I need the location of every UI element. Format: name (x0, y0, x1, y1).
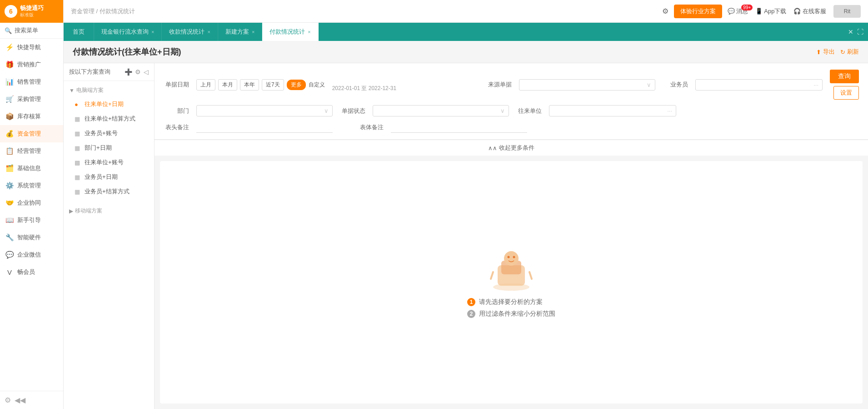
footer-settings-icon[interactable]: ⚙ (5, 396, 11, 404)
page-title: 付款情况统计(往来单位+日期) (73, 46, 181, 57)
collapse-chevron-icon: ∧∧ (488, 145, 497, 151)
this-year-btn[interactable]: 本年 (240, 79, 259, 91)
nav-label-enterprise: 企业协同 (17, 199, 41, 207)
scheme-group-mobile: ▶ 移动端方案 (64, 202, 154, 220)
page-header-actions: ⬆ 导出 ↻ 刷新 (816, 48, 859, 56)
scheme-icon-unit-account: ▩ (75, 159, 82, 166)
scheme-item-dept-date[interactable]: ▦ 部门+日期 (64, 141, 154, 155)
voucher-date-label: 单据日期 (164, 81, 189, 89)
sidebar-item-system[interactable]: ⚙️ 系统管理 (0, 177, 63, 194)
more-date-btn[interactable]: 更多 (287, 80, 306, 90)
footer-collapse-icon[interactable]: ◀◀ (15, 396, 25, 404)
scheme-item-salesman-date[interactable]: ▦ 业务员+日期 (64, 170, 154, 184)
sidebar-item-member[interactable]: V 畅会员 (0, 263, 63, 281)
refresh-icon: ↻ (840, 49, 845, 56)
custom-date-label[interactable]: 自定义 (309, 81, 325, 89)
scheme-group-title-desktop[interactable]: ▼ 电脑端方案 (64, 84, 154, 97)
sidebar-item-quick-nav[interactable]: ⚡ 快捷导航 (0, 39, 63, 56)
export-button[interactable]: ⬆ 导出 (816, 48, 835, 56)
tab-new-scheme[interactable]: 新建方案× (218, 23, 262, 41)
tab-label-payment-stats: 付款情况统计 (269, 28, 305, 36)
tab-home[interactable]: 首页 (64, 23, 94, 41)
group-arrow-mobile: ▶ (69, 208, 73, 214)
nav-label-hardware: 智能硬件 (17, 233, 41, 242)
panel-collapse-icon[interactable]: ◁ (144, 68, 149, 76)
counterpart-select[interactable]: ··· (549, 105, 676, 116)
tab-close-bank-flow[interactable]: × (151, 29, 154, 35)
scheme-item-unit-date[interactable]: ● 往来单位+日期 (64, 97, 154, 111)
nav-list: ⚡ 快捷导航🎁 营销推广📊 销售管理🛒 采购管理📦 库存核算💰 资金管理📋 经营… (0, 39, 63, 391)
add-scheme-icon[interactable]: ➕ (125, 68, 132, 76)
topbar-right: 💬 消息 99+ 📱 App下载 🎧 在线客服 Rit (728, 5, 861, 18)
voucher-status-select[interactable]: ∨ (373, 105, 509, 116)
tab-bank-flow[interactable]: 现金银行流水查询× (94, 23, 162, 41)
sidebar-item-enterprise[interactable]: 🤝 企业协同 (0, 194, 63, 212)
this-month-btn[interactable]: 本月 (218, 79, 237, 91)
scheme-item-unit-payment[interactable]: ▦ 往来单位+结算方式 (64, 111, 154, 126)
nav-icon-sales: 📊 (5, 78, 14, 86)
table-header-note-input[interactable] (196, 122, 333, 133)
sidebar-item-purchase[interactable]: 🛒 采购管理 (0, 91, 63, 108)
scheme-item-salesman-payment[interactable]: ▦ 业务员+结算方式 (64, 184, 154, 199)
filter-row-2: 部门 ∨ 单据状态 ∨ 往来单位 ··· (164, 105, 859, 116)
sidebar-item-wechat[interactable]: 💬 企业微信 (0, 246, 63, 263)
tip-text-2: 用过滤条件来缩小分析范围 (479, 310, 555, 318)
topbar-settings-icon[interactable]: ⚙ (662, 7, 668, 15)
collapse-more-btn[interactable]: ∧∧ 收起更多条件 (155, 140, 868, 156)
maximize-icon[interactable]: ⛶ (857, 28, 863, 35)
main-area: 资金管理 / 付款情况统计 ⚙ 体验行业方案 💬 消息 99+ 📱 App下载 … (64, 0, 868, 409)
voucher-status-chevron: ∨ (500, 107, 505, 114)
scheme-item-unit-account[interactable]: ▩ 往来单位+账号 (64, 155, 154, 170)
last-7-days-btn[interactable]: 近7天 (262, 79, 284, 91)
scheme-label-unit-account: 往来单位+账号 (85, 158, 124, 167)
scheme-group-title-mobile[interactable]: ▶ 移动端方案 (64, 204, 154, 217)
tab-close-receipt-stats[interactable]: × (207, 29, 210, 35)
message-button[interactable]: 💬 消息 99+ (728, 7, 748, 15)
tabbar-spacer (319, 23, 843, 41)
user-avatar[interactable]: Rit (833, 5, 861, 18)
dept-select[interactable]: ∨ (196, 105, 333, 116)
sidebar-item-inventory[interactable]: 📦 库存核算 (0, 108, 63, 125)
source-voucher-select[interactable]: ∨ (519, 79, 655, 91)
counterpart-label: 往来单位 (516, 107, 542, 115)
scheme-panel: 按以下方案查询 ➕ ⚙ ◁ ▼ 电脑端方案● 往来单位+日期▦ 往来单位+结算方… (64, 63, 155, 409)
export-icon: ⬆ (816, 49, 821, 56)
source-voucher-label: 来源单据 (486, 81, 512, 89)
filter-settings-button[interactable]: 设置 (833, 86, 859, 100)
last-month-btn[interactable]: 上月 (196, 79, 215, 91)
close-window-icon[interactable]: ✕ (848, 28, 853, 35)
table-body-note-input[interactable] (391, 122, 527, 133)
sidebar-item-operation[interactable]: 📋 经营管理 (0, 142, 63, 160)
scheme-icon-dept-date: ▦ (75, 145, 82, 151)
trial-button[interactable]: 体验行业方案 (674, 5, 722, 18)
salesman-select[interactable]: ··· (695, 79, 823, 91)
search-menu[interactable]: 🔍 搜索菜单 (0, 23, 63, 39)
scheme-label-unit-payment: 往来单位+结算方式 (85, 115, 135, 123)
scheme-settings-icon[interactable]: ⚙ (135, 68, 141, 76)
query-button[interactable]: 查询 (830, 70, 859, 83)
refresh-button[interactable]: ↻ 刷新 (840, 48, 859, 56)
online-service-btn[interactable]: 🎧 在线客服 (793, 7, 826, 15)
group-label-mobile: 移动端方案 (75, 207, 102, 215)
sidebar-item-capital[interactable]: 💰 资金管理 (0, 125, 63, 142)
scheme-label-dept-date: 部门+日期 (85, 144, 112, 152)
nav-label-basic-info: 基础信息 (17, 164, 41, 172)
sidebar-item-marketing[interactable]: 🎁 营销推广 (0, 56, 63, 73)
tab-payment-stats[interactable]: 付款情况统计× (262, 23, 318, 41)
empty-state: 1 请先选择要分析的方案 2 用过滤条件来缩小分析范围 (160, 161, 863, 404)
tab-close-payment-stats[interactable]: × (308, 29, 310, 35)
scheme-item-salesman-account[interactable]: ▦ 业务员+账号 (64, 126, 154, 141)
nav-icon-marketing: 🎁 (5, 61, 14, 69)
sidebar-item-sales[interactable]: 📊 销售管理 (0, 73, 63, 91)
tab-receipt-stats[interactable]: 收款情况统计× (162, 23, 218, 41)
tab-close-new-scheme[interactable]: × (252, 29, 254, 35)
app-download-btn[interactable]: 📱 App下载 (755, 7, 786, 15)
scheme-label-salesman-payment: 业务员+结算方式 (85, 187, 130, 196)
breadcrumb-text: 资金管理 / 付款情况统计 (71, 7, 135, 15)
sidebar-item-basic-info[interactable]: 🗂️ 基础信息 (0, 160, 63, 177)
search-label: 搜索菜单 (15, 26, 38, 35)
nav-label-capital: 资金管理 (17, 130, 41, 138)
sidebar-item-guide[interactable]: 📖 新手引导 (0, 212, 63, 229)
sidebar-item-hardware[interactable]: 🔧 智能硬件 (0, 229, 63, 246)
collapse-label: 收起更多条件 (499, 144, 534, 152)
